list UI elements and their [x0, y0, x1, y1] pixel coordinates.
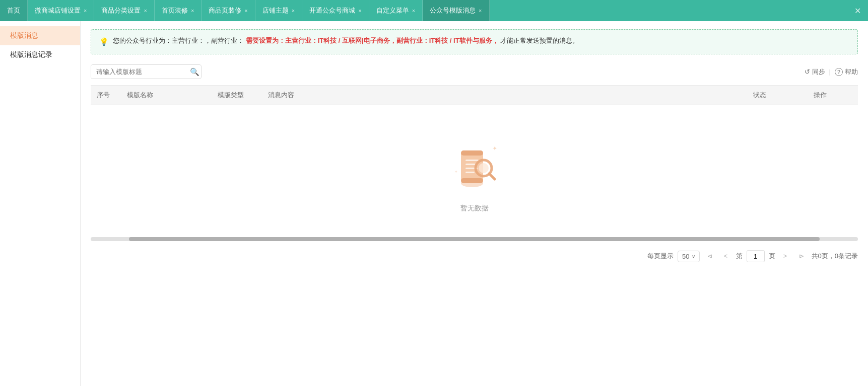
nav-tab-shop-theme-label: 店铺主题 [262, 6, 289, 15]
nav-tab-open-wechat-mall[interactable]: 开通公众号商城 × [302, 0, 369, 21]
nav-tab-shop-settings-label: 微商城店铺设置 [35, 6, 81, 15]
divider: | [829, 68, 831, 75]
chevron-down-icon: ∨ [692, 254, 695, 259]
close-product-decor-icon[interactable]: × [244, 8, 247, 14]
nav-tab-custom-menu[interactable]: 自定义菜单 × [369, 0, 423, 21]
sync-icon: ↺ [805, 68, 810, 75]
first-page-button[interactable]: ⊲ [704, 250, 716, 262]
close-home-decor-icon[interactable]: × [191, 8, 194, 14]
svg-rect-7 [465, 172, 475, 173]
page-label: 第 [736, 252, 743, 261]
nav-tab-shop-settings[interactable]: 微商城店铺设置 × [28, 0, 94, 21]
close-open-wechat-mall-icon[interactable]: × [358, 8, 361, 14]
bulb-icon: 💡 [99, 36, 109, 48]
table-scrollbar[interactable] [91, 237, 858, 241]
nav-tab-template-message[interactable]: 公众号模版消息 × [423, 0, 489, 21]
empty-text: 暂无数据 [460, 204, 489, 213]
search-input[interactable] [91, 65, 186, 79]
help-label: 帮助 [845, 67, 858, 76]
nav-tab-product-decor[interactable]: 商品页装修 × [202, 0, 255, 21]
help-button[interactable]: ? 帮助 [835, 67, 858, 76]
main-content: 💡 您的公众号行业为：主营行业：，副营行业： 需要设置为：主营行业：IT科技 /… [81, 21, 868, 386]
help-icon: ? [835, 68, 843, 76]
svg-rect-3 [461, 178, 483, 183]
sidebar-item-template-message-label: 模版消息 [10, 31, 38, 39]
svg-text:✦: ✦ [492, 145, 497, 152]
nav-tab-custom-menu-label: 自定义菜单 [376, 6, 409, 15]
th-message-content: 消息内容 [262, 86, 747, 105]
nav-tab-category-settings[interactable]: 商品分类设置 × [94, 0, 154, 21]
close-custom-menu-icon[interactable]: × [412, 8, 415, 14]
search-actions: ↺ 同步 | ? 帮助 [805, 67, 858, 76]
search-row: 🔍 ↺ 同步 | ? 帮助 [91, 64, 858, 79]
empty-illustration: ✦ ✦ [444, 135, 505, 196]
nav-tab-shop-theme[interactable]: 店铺主题 × [255, 0, 302, 21]
sidebar-item-template-message-record-label: 模版消息记录 [10, 50, 52, 58]
last-page-button[interactable]: ⊳ [795, 250, 808, 262]
alert-banner: 💡 您的公众号行业为：主营行业：，副营行业： 需要设置为：主营行业：IT科技 /… [91, 29, 858, 54]
svg-line-10 [489, 174, 495, 179]
svg-rect-2 [461, 150, 483, 156]
data-table: 序号 模版名称 模版类型 消息内容 状态 操作 [91, 85, 858, 233]
alert-prefix-text: 您的公众号行业为：主营行业：，副营行业： [113, 37, 244, 44]
sync-label: 同步 [812, 67, 825, 76]
th-template-type: 模版类型 [212, 86, 262, 105]
svg-point-9 [479, 163, 489, 173]
close-shop-theme-icon[interactable]: × [292, 8, 295, 14]
nav-tab-home-decor[interactable]: 首页装修 × [155, 0, 202, 21]
next-page-button[interactable]: > [779, 250, 791, 262]
th-status: 状态 [747, 86, 808, 105]
close-all-tabs-button[interactable]: ✕ [847, 6, 868, 16]
nav-tab-home[interactable]: 首页 [0, 0, 28, 21]
sidebar: 模版消息 模版消息记录 [0, 21, 81, 386]
search-input-wrapper: 🔍 [91, 64, 202, 79]
current-page-input[interactable] [747, 250, 765, 262]
page-suffix: 页 [769, 252, 775, 261]
empty-state-row: ✦ ✦ 暂无数据 [91, 105, 858, 234]
nav-tab-product-decor-label: 商品页装修 [209, 6, 241, 15]
sidebar-item-template-message-record[interactable]: 模版消息记录 [0, 45, 80, 64]
main-layout: 模版消息 模版消息记录 💡 您的公众号行业为：主营行业：，副营行业： 需要设置为… [0, 21, 868, 386]
empty-state: ✦ ✦ 暂无数据 [91, 105, 858, 233]
page-size-select[interactable]: 50 ∨ [678, 251, 699, 262]
nav-tab-template-message-label: 公众号模版消息 [430, 6, 476, 15]
sync-button[interactable]: ↺ 同步 [805, 67, 825, 76]
top-navigation: 首页 微商城店铺设置 × 商品分类设置 × 首页装修 × 商品页装修 × 店铺主… [0, 0, 868, 21]
prev-page-button[interactable]: < [720, 250, 732, 262]
pagination-row: 每页显示 50 ∨ ⊲ < 第 页 > ⊳ 共0页，0条记录 [91, 245, 858, 264]
nav-tab-open-wechat-mall-label: 开通公众号商城 [309, 6, 355, 15]
alert-suffix-text: 才能正常发送预置的消息。 [500, 37, 579, 44]
alert-highlight-text: 需要设置为：主营行业：IT科技 / 互联网|电子商务，副营行业：IT科技 / I… [246, 37, 499, 44]
pagination-total: 共0页，0条记录 [812, 252, 858, 261]
sidebar-item-template-message[interactable]: 模版消息 [0, 26, 80, 45]
page-size-value: 50 [682, 253, 689, 260]
nav-tab-category-label: 商品分类设置 [101, 6, 141, 15]
table-header-row: 序号 模版名称 模版类型 消息内容 状态 操作 [91, 86, 858, 105]
th-index: 序号 [91, 86, 121, 105]
svg-text:✦: ✦ [454, 170, 458, 174]
close-template-message-icon[interactable]: × [479, 8, 482, 14]
nav-tab-home-label: 首页 [7, 6, 20, 15]
th-template-name: 模版名称 [121, 86, 212, 105]
th-action: 操作 [808, 86, 858, 105]
close-all-icon: ✕ [854, 7, 861, 15]
page-size-label: 每页显示 [647, 252, 674, 261]
search-icon[interactable]: 🔍 [186, 67, 202, 76]
svg-rect-5 [465, 164, 476, 165]
close-category-icon[interactable]: × [144, 8, 147, 14]
table-scrollbar-thumb [129, 237, 820, 241]
svg-rect-4 [465, 160, 479, 161]
alert-text: 您的公众号行业为：主营行业：，副营行业： 需要设置为：主营行业：IT科技 / 互… [113, 36, 579, 46]
nav-tab-home-decor-label: 首页装修 [162, 6, 188, 15]
close-shop-settings-icon[interactable]: × [84, 8, 87, 14]
